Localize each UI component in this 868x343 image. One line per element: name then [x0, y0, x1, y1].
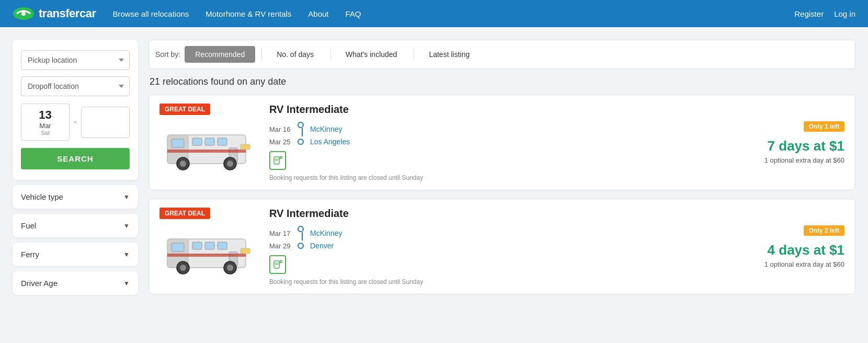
- only-left-badge-1: Only 1 left: [804, 121, 844, 132]
- route-to-dot-2: [298, 243, 304, 249]
- faq-link[interactable]: FAQ: [346, 9, 361, 18]
- dropoff-location-select[interactable]: Dropoff location: [21, 76, 130, 96]
- booking-closed-1: Booking requests for this listing are cl…: [269, 174, 719, 181]
- ferry-chevron-icon: ▼: [123, 251, 130, 258]
- driver-age-label: Driver Age: [21, 279, 58, 288]
- svg-rect-23: [205, 242, 214, 249]
- navbar-right: Register Log in: [794, 9, 855, 18]
- rv-image-2: [162, 223, 256, 276]
- about-link[interactable]: About: [308, 9, 328, 18]
- fuel-icon-2: [269, 255, 719, 274]
- svg-rect-5: [192, 138, 202, 145]
- ferry-label: Ferry: [21, 250, 39, 259]
- fuel-svg-2: [273, 259, 282, 270]
- sidebar: Pickup location Dropoff location 13 Mar …: [13, 40, 138, 303]
- main-container: Pickup location Dropoff location 13 Mar …: [0, 27, 868, 315]
- results-count: 21 relocations found on any date: [149, 76, 855, 87]
- listing-image-2: [159, 218, 259, 281]
- start-month: Mar: [27, 122, 64, 130]
- svg-rect-9: [167, 150, 246, 153]
- svg-point-30: [227, 265, 233, 271]
- search-button[interactable]: SEARCH: [21, 148, 130, 169]
- route-to-row-1: Mar 25 Los Angeles: [269, 138, 719, 146]
- sort-noofdays-button[interactable]: No. of days: [266, 46, 324, 63]
- extra-day-2: 1 optional extra day at $60: [719, 260, 844, 268]
- browse-all-relocations-link[interactable]: Browse all relocations: [112, 9, 189, 18]
- sort-label: Sort by:: [155, 50, 180, 59]
- svg-rect-7: [218, 138, 227, 145]
- price-text-1: 7 days at $1: [719, 138, 844, 154]
- listing-card-2[interactable]: GREAT DEAL: [149, 199, 855, 294]
- svg-point-11: [180, 161, 186, 167]
- route-to-row-2: Mar 29 Denver: [269, 242, 719, 250]
- sort-divider-2: [330, 48, 331, 61]
- svg-rect-26: [167, 254, 246, 257]
- route-from-date-1: Mar 16: [269, 125, 293, 133]
- fuel-label: Fuel: [21, 221, 36, 230]
- date-row: 13 Mar Sat -: [21, 104, 130, 141]
- fuel-badge-1: [269, 151, 286, 170]
- svg-rect-21: [172, 243, 184, 251]
- start-weekday: Sat: [27, 130, 64, 136]
- rv-image-1: [162, 119, 256, 172]
- listing-image-1: [159, 114, 259, 177]
- route-line-2: [302, 232, 303, 241]
- svg-rect-31: [241, 248, 250, 254]
- ferry-filter[interactable]: Ferry ▼: [13, 243, 138, 266]
- route-to-date-1: Mar 25: [269, 138, 293, 146]
- route-from-dot-2: [298, 226, 304, 232]
- route-from-date-2: Mar 17: [269, 230, 293, 237]
- svg-point-1: [21, 12, 26, 16]
- navbar-links: Browse all relocations Motorhome & RV re…: [112, 9, 794, 18]
- svg-point-28: [180, 265, 186, 271]
- logo-icon: [13, 6, 35, 21]
- svg-rect-16: [275, 158, 278, 161]
- driver-age-filter[interactable]: Driver Age ▼: [13, 271, 138, 295]
- vehicle-type-label: Vehicle type: [21, 192, 63, 201]
- route-from-row-1: Mar 16 McKinney: [269, 122, 719, 136]
- listing-price-1: Only 1 left 7 days at $1 1 optional extr…: [719, 121, 844, 164]
- route-from-city-1[interactable]: McKinney: [310, 125, 342, 133]
- booking-closed-2: Booking requests for this listing are cl…: [269, 278, 719, 285]
- register-link[interactable]: Register: [794, 9, 824, 18]
- vehicle-type-filter[interactable]: Vehicle type ▼: [13, 185, 138, 209]
- driver-age-chevron-icon: ▼: [123, 280, 130, 287]
- fuel-chevron-icon: ▼: [123, 222, 130, 230]
- listing-info-1: RV Intermediate Mar 16 McKinney Mar 25 L: [269, 104, 719, 181]
- pickup-location-select[interactable]: Pickup location: [21, 50, 130, 70]
- logo-text: transfercar: [39, 7, 96, 20]
- route-info-2: Mar 17 McKinney Mar 29 Denver: [269, 226, 719, 250]
- fuel-badge-2: [269, 255, 286, 274]
- route-to-date-2: Mar 29: [269, 242, 293, 250]
- logo[interactable]: transfercar: [13, 6, 96, 21]
- listing-title-1: RV Intermediate: [269, 104, 719, 116]
- motorhome-rv-rentals-link[interactable]: Motorhome & RV rentals: [205, 9, 291, 18]
- route-to-dot-1: [298, 139, 304, 145]
- great-deal-badge: GREAT DEAL: [159, 104, 210, 115]
- route-from-dot-1: [298, 122, 304, 128]
- price-text-2: 4 days at $1: [719, 242, 844, 258]
- content-area: Sort by: Recommended No. of days What's …: [149, 40, 855, 303]
- listing-price-2: Only 2 left 4 days at $1 1 optional extr…: [719, 225, 844, 268]
- route-to-city-2[interactable]: Denver: [310, 242, 334, 250]
- svg-rect-4: [172, 139, 184, 147]
- start-date-box[interactable]: 13 Mar Sat: [21, 104, 70, 141]
- start-day: 13: [27, 108, 64, 122]
- sort-divider-3: [414, 48, 414, 61]
- fuel-filter[interactable]: Fuel ▼: [13, 214, 138, 237]
- end-date-box[interactable]: [81, 107, 130, 138]
- svg-rect-14: [241, 144, 250, 150]
- date-separator: -: [74, 117, 77, 128]
- sort-latestlisting-button[interactable]: Latest listing: [418, 46, 480, 63]
- sort-bar: Sort by: Recommended No. of days What's …: [149, 40, 855, 69]
- extra-day-1: 1 optional extra day at $60: [719, 156, 844, 164]
- route-info-1: Mar 16 McKinney Mar 25 Los Angeles: [269, 122, 719, 146]
- great-deal-badge-2: GREAT DEAL: [159, 208, 210, 219]
- sort-whatsincluded-button[interactable]: What's included: [335, 46, 407, 63]
- listing-card[interactable]: GREAT DEAL: [149, 95, 855, 190]
- sort-recommended-button[interactable]: Recommended: [185, 46, 255, 63]
- login-link[interactable]: Log in: [834, 9, 855, 18]
- route-to-city-1[interactable]: Los Angeles: [310, 138, 350, 146]
- only-left-badge-2: Only 2 left: [804, 225, 844, 236]
- route-from-city-2[interactable]: McKinney: [310, 229, 342, 237]
